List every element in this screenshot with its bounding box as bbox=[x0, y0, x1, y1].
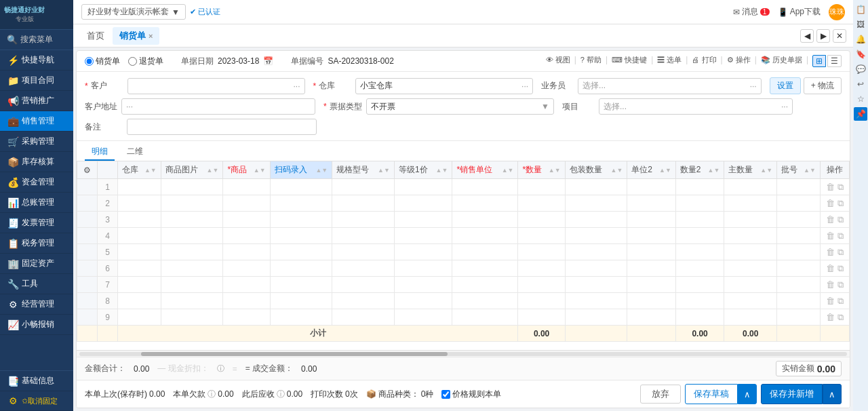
table-row[interactable]: 4🗑⧉ bbox=[77, 228, 850, 244]
view-list-btn[interactable]: ☰ bbox=[827, 55, 842, 67]
table-cell[interactable] bbox=[565, 277, 627, 293]
table-cell[interactable] bbox=[518, 212, 565, 228]
table-cell[interactable] bbox=[452, 260, 518, 277]
table-cell[interactable] bbox=[223, 244, 270, 260]
receivable-icon[interactable]: ⓘ bbox=[277, 389, 285, 400]
row-copy-btn[interactable]: ⧉ bbox=[837, 247, 844, 258]
table-cell[interactable] bbox=[724, 179, 777, 195]
table-cell[interactable] bbox=[777, 277, 821, 293]
sidebar-item-cancel-fixed[interactable]: ⚙ ✩取消固定 bbox=[0, 391, 73, 411]
company-selector[interactable]: 好业财专业版演示帐套 ▼ bbox=[81, 4, 186, 20]
right-btn-8[interactable]: 📌 bbox=[854, 107, 867, 121]
debt-icon[interactable]: ⓘ bbox=[208, 389, 216, 400]
salesperson-lookup-btn[interactable]: ··· bbox=[750, 81, 757, 91]
table-row[interactable]: 6🗑⧉ bbox=[77, 260, 850, 277]
table-cell[interactable] bbox=[118, 293, 161, 309]
right-btn-6[interactable]: ↩ bbox=[854, 77, 867, 91]
customer-address-input[interactable]: ··· bbox=[121, 98, 315, 115]
row-delete-btn[interactable]: 🗑 bbox=[826, 279, 835, 290]
sidebar-item-purchase[interactable]: 🛒 采购管理 bbox=[0, 132, 73, 152]
table-row[interactable]: 2🗑⧉ bbox=[77, 195, 850, 212]
table-cell[interactable] bbox=[675, 260, 724, 277]
horizontal-scrollbar[interactable] bbox=[77, 350, 850, 357]
table-cell[interactable] bbox=[627, 309, 676, 326]
table-cell[interactable] bbox=[394, 244, 452, 260]
table-row[interactable]: 5🗑⧉ bbox=[77, 244, 850, 260]
col-barcode-header[interactable]: 扫码录入▲▼ bbox=[270, 161, 332, 179]
operation-btn[interactable]: ⚙ 操作 bbox=[727, 55, 751, 67]
row-delete-btn[interactable]: 🗑 bbox=[826, 296, 835, 306]
table-cell[interactable] bbox=[724, 260, 777, 277]
table-cell[interactable] bbox=[675, 277, 724, 293]
tab-two-d[interactable]: 二维 bbox=[120, 144, 150, 161]
table-cell[interactable] bbox=[332, 277, 395, 293]
table-cell[interactable] bbox=[452, 228, 518, 244]
table-cell[interactable] bbox=[627, 179, 676, 195]
row-copy-btn[interactable]: ⧉ bbox=[837, 214, 844, 225]
table-cell[interactable] bbox=[452, 195, 518, 212]
row-copy-btn[interactable]: ⧉ bbox=[837, 279, 844, 290]
table-cell[interactable] bbox=[223, 309, 270, 326]
table-cell[interactable] bbox=[675, 309, 724, 326]
row-delete-btn[interactable]: 🗑 bbox=[826, 182, 835, 192]
table-cell[interactable] bbox=[777, 228, 821, 244]
save-confirm-button[interactable]: 保存并新增 bbox=[761, 384, 823, 404]
address-lookup-btn[interactable]: ··· bbox=[126, 102, 133, 111]
table-cell[interactable] bbox=[724, 195, 777, 212]
table-cell[interactable] bbox=[518, 228, 565, 244]
table-row[interactable]: 9🗑⧉ bbox=[77, 309, 850, 326]
table-cell[interactable] bbox=[394, 293, 452, 309]
row-copy-btn[interactable]: ⧉ bbox=[837, 263, 844, 274]
table-cell[interactable] bbox=[118, 260, 161, 277]
table-cell[interactable] bbox=[161, 244, 223, 260]
table-cell[interactable] bbox=[118, 195, 161, 212]
radio-return[interactable]: 退货单 bbox=[128, 56, 163, 67]
table-cell[interactable] bbox=[627, 244, 676, 260]
project-input[interactable]: 选择... ··· bbox=[599, 98, 793, 115]
view-btn[interactable]: 👁 视图 bbox=[546, 55, 570, 67]
table-cell[interactable] bbox=[675, 228, 724, 244]
customer-lookup-btn[interactable]: ··· bbox=[294, 81, 300, 91]
table-cell[interactable] bbox=[565, 244, 627, 260]
col-spec-header[interactable]: 规格型号▲▼ bbox=[332, 161, 395, 179]
table-row[interactable]: 8🗑⧉ bbox=[77, 293, 850, 309]
save-confirm-arrow-button[interactable]: ∧ bbox=[823, 384, 842, 404]
table-cell[interactable] bbox=[118, 228, 161, 244]
table-cell[interactable] bbox=[565, 179, 627, 195]
col-product-img-header[interactable]: 商品图片▲▼ bbox=[161, 161, 223, 179]
row-delete-btn[interactable]: 🗑 bbox=[826, 263, 835, 273]
tab-prev-btn[interactable]: ◀ bbox=[800, 29, 814, 43]
table-cell[interactable] bbox=[270, 195, 332, 212]
row-copy-btn[interactable]: ⧉ bbox=[837, 198, 844, 209]
table-cell[interactable] bbox=[518, 195, 565, 212]
discount-help-icon[interactable]: ⓘ bbox=[217, 364, 224, 374]
table-cell[interactable] bbox=[565, 309, 627, 326]
table-cell[interactable] bbox=[161, 309, 223, 326]
table-cell[interactable] bbox=[394, 309, 452, 326]
message-action[interactable]: ✉ 消息 1 bbox=[733, 6, 770, 18]
memo-input[interactable] bbox=[127, 119, 317, 135]
col-unit2-header[interactable]: 单位2▲▼ bbox=[627, 161, 676, 179]
table-cell[interactable] bbox=[394, 195, 452, 212]
table-cell[interactable] bbox=[223, 293, 270, 309]
table-cell[interactable] bbox=[452, 293, 518, 309]
table-cell[interactable] bbox=[777, 244, 821, 260]
sidebar-item-inventory[interactable]: 📦 库存核算 bbox=[0, 152, 73, 172]
tab-home[interactable]: 首页 bbox=[80, 27, 111, 45]
table-cell[interactable] bbox=[627, 212, 676, 228]
table-cell[interactable] bbox=[518, 179, 565, 195]
table-cell[interactable] bbox=[777, 179, 821, 195]
table-cell[interactable] bbox=[223, 277, 270, 293]
col-qty2-header[interactable]: 数量2▲▼ bbox=[675, 161, 724, 179]
table-cell[interactable] bbox=[627, 293, 676, 309]
table-cell[interactable] bbox=[161, 260, 223, 277]
table-cell[interactable] bbox=[161, 228, 223, 244]
table-cell[interactable] bbox=[452, 309, 518, 326]
radio-sale-input[interactable] bbox=[85, 57, 94, 66]
table-cell[interactable] bbox=[452, 277, 518, 293]
table-cell[interactable] bbox=[332, 309, 395, 326]
warehouse-input[interactable]: 小宝仓库 ··· bbox=[355, 78, 533, 94]
row-delete-btn[interactable]: 🗑 bbox=[826, 214, 835, 224]
table-cell[interactable] bbox=[223, 212, 270, 228]
radio-return-input[interactable] bbox=[128, 57, 137, 66]
